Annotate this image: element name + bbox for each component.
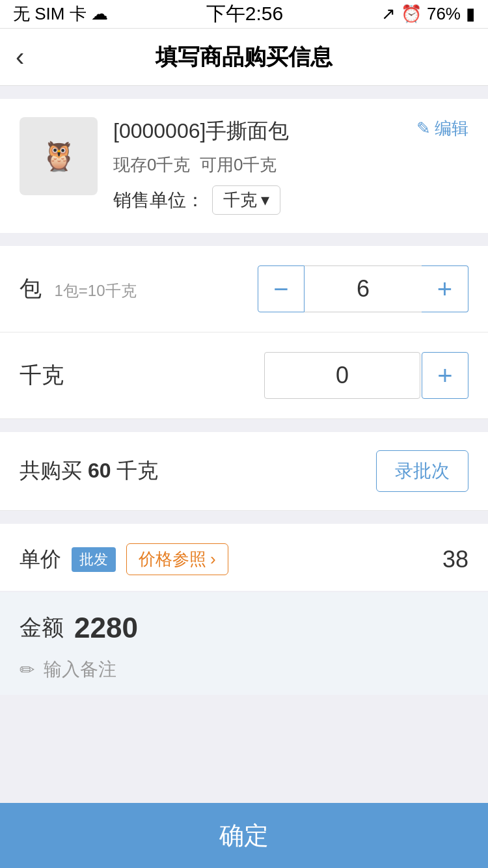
product-name: [0000006]手撕面包 (113, 117, 468, 146)
unit-label: 销售单位： (113, 188, 204, 213)
amount-value: 2280 (74, 612, 138, 644)
no-sim-text: 无 SIM 卡 ☁ (13, 3, 108, 25)
bao-minus-button[interactable]: − (258, 265, 305, 312)
bao-row: 包 1包=10千克 − + (0, 246, 488, 332)
remark-row[interactable]: ✏ 输入备注 (20, 657, 468, 682)
location-icon: ↗ (381, 4, 396, 24)
qianke-controls: + (264, 352, 468, 399)
amount-label: 金额 (20, 613, 64, 643)
amount-section: 金额 2280 ✏ 输入备注 (0, 592, 488, 695)
status-bar: 无 SIM 卡 ☁ 下午2:56 ↗ ⏰ 76% ▮ (0, 0, 488, 29)
unit-select[interactable]: 千克 ▾ (212, 185, 280, 215)
amount-row: 金额 2280 (20, 612, 468, 644)
qianke-row: 千克 + (0, 332, 488, 419)
status-time: 下午2:56 (206, 1, 283, 27)
qianke-input[interactable] (264, 352, 420, 399)
battery-icon: ▮ (466, 4, 475, 24)
product-info: [0000006]手撕面包 现存0千克 可用0千克 销售单位： 千克 ▾ (113, 117, 468, 215)
price-section: 单价 批发 价格参照 › 38 (0, 524, 488, 591)
alarm-icon: ⏰ (401, 4, 422, 24)
price-ref-button[interactable]: 价格参照 › (126, 543, 228, 575)
total-section: 共购买 60 千克 录批次 (0, 432, 488, 511)
edit-icon: ✎ (416, 118, 431, 139)
total-amount: 60 (88, 459, 116, 482)
bao-hint: 1包=10千克 (54, 282, 136, 299)
status-right: ↗ ⏰ 76% ▮ (381, 4, 475, 24)
product-image: 🦉 (20, 117, 98, 195)
price-row: 单价 批发 价格参照 › 38 (20, 543, 468, 575)
remark-icon: ✏ (20, 659, 34, 681)
page-title: 填写商品购买信息 (156, 42, 332, 72)
back-button[interactable]: ‹ (16, 42, 24, 72)
remark-text: 输入备注 (44, 657, 116, 682)
confirm-button[interactable]: 确定 (0, 803, 488, 868)
bao-label: 包 1包=10千克 (20, 274, 258, 304)
product-stock: 现存0千克 可用0千克 (113, 154, 468, 176)
status-left: 无 SIM 卡 ☁ (13, 3, 108, 25)
price-left: 单价 批发 价格参照 › (20, 543, 228, 575)
edit-button[interactable]: ✎ 编辑 (416, 117, 468, 140)
bao-plus-button[interactable]: + (422, 265, 468, 312)
battery-text: 76% (427, 4, 461, 24)
dropdown-arrow-icon: ▾ (261, 190, 269, 210)
price-label: 单价 (20, 545, 61, 574)
product-unit-row: 销售单位： 千克 ▾ (113, 185, 468, 215)
price-value: 38 (442, 546, 468, 573)
nav-bar: ‹ 填写商品购买信息 (0, 29, 488, 86)
product-logo-icon: 🦉 (41, 142, 77, 170)
price-type-tag: 批发 (72, 547, 116, 572)
qianke-label: 千克 (20, 360, 264, 390)
quantity-section: 包 1包=10千克 − + 千克 + (0, 246, 488, 419)
batch-button[interactable]: 录批次 (376, 450, 468, 492)
total-text: 共购买 60 千克 (20, 457, 158, 485)
bao-controls: − + (258, 265, 468, 312)
bao-input[interactable] (305, 265, 422, 312)
product-card: 🦉 [0000006]手撕面包 现存0千克 可用0千克 销售单位： 千克 ▾ ✎… (0, 99, 488, 233)
price-ref-arrow-icon: › (210, 549, 216, 569)
qianke-plus-button[interactable]: + (422, 352, 468, 399)
